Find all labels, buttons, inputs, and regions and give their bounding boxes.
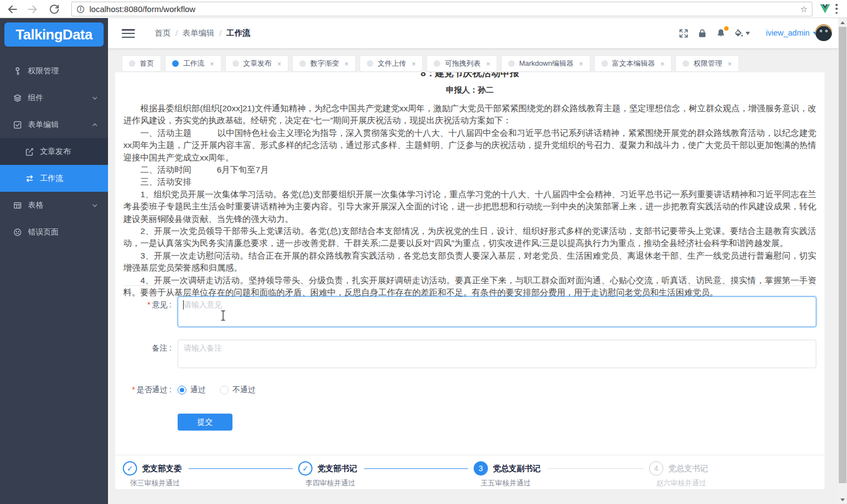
close-icon[interactable]: × bbox=[344, 60, 349, 67]
avatar[interactable] bbox=[815, 24, 832, 41]
opinion-textarea[interactable] bbox=[178, 296, 816, 327]
breadcrumb-separator: / bbox=[175, 29, 178, 38]
content-area: 8：建党节庆祝活动申报 申报人：孙二 根据县委组织部(组织[20xx]21)文件… bbox=[108, 72, 838, 504]
tab-permission[interactable]: 权限管理 × bbox=[675, 55, 739, 72]
document-paragraphs: 根据县委组织部(组织[20xx]21)文件通知精神，为纪念中国共产党建党xx周年… bbox=[123, 102, 816, 299]
sidebar-item-table[interactable]: 表格 bbox=[0, 192, 108, 219]
paragraph: 3、开展一次走访慰问活动。结合正在开展的群众路线教育实践活动，各党总支部负责人要… bbox=[123, 250, 816, 274]
step-connector bbox=[189, 468, 293, 469]
tab-upload[interactable]: 文件上传 × bbox=[360, 55, 423, 72]
tab-dot bbox=[299, 60, 306, 67]
overflow-menu-icon[interactable] bbox=[835, 4, 838, 14]
url-bar[interactable]: localhost:8080/form/workflow ☆ bbox=[71, 2, 812, 16]
lock-icon[interactable] bbox=[697, 28, 708, 39]
key-icon bbox=[13, 67, 22, 76]
info-icon[interactable] bbox=[76, 5, 85, 14]
bookmark-star-icon[interactable]: ☆ bbox=[800, 5, 808, 13]
chevron-down-icon bbox=[92, 202, 98, 209]
browser-toolbar: localhost:8080/form/workflow ☆ bbox=[0, 0, 847, 18]
step-title: 党总支副书记 bbox=[493, 463, 541, 474]
close-icon[interactable]: × bbox=[486, 60, 490, 67]
close-icon[interactable]: × bbox=[210, 60, 214, 67]
workflow-card: 8：建党节庆祝活动申报 申报人：孙二 根据县委组织部(组织[20xx]21)文件… bbox=[115, 72, 825, 489]
paragraph: 一、活动主题 以中国特色社会主义理论为指导，深入贯彻落实党的十八大、十八届四中全… bbox=[123, 127, 816, 164]
fullscreen-icon[interactable] bbox=[678, 28, 689, 39]
sidebar-item-label: 错误页面 bbox=[28, 227, 59, 237]
sidebar-item-workflow[interactable]: 工作流 bbox=[0, 165, 108, 192]
close-icon[interactable]: × bbox=[727, 60, 732, 67]
tab-article-publish[interactable]: 文章发布 × bbox=[225, 55, 289, 72]
username-text: iview_admin bbox=[766, 28, 810, 37]
radio-pass[interactable]: 通过 bbox=[178, 385, 206, 395]
sidebar-item-components[interactable]: 组件 bbox=[0, 84, 108, 111]
opinion-label: *意见 : bbox=[123, 296, 172, 329]
scrollbar-thumb[interactable] bbox=[839, 27, 846, 483]
table-icon bbox=[13, 201, 22, 210]
radio-not-pass[interactable]: 不通过 bbox=[220, 385, 255, 395]
paragraph: 1、组织党员开展一次集体学习活动。各党(总)支部要组织开展一次集体学习讨论，重点… bbox=[123, 188, 816, 225]
theme-caret-icon[interactable] bbox=[746, 32, 750, 35]
close-icon[interactable]: × bbox=[579, 60, 583, 67]
error-face-icon bbox=[13, 228, 22, 237]
close-icon[interactable]: × bbox=[412, 60, 416, 67]
document-title: 8：建党节庆祝活动申报 bbox=[123, 72, 816, 80]
tab-count-to[interactable]: 数字渐变 × bbox=[292, 55, 356, 72]
step-check-icon: ✓ bbox=[298, 461, 312, 476]
vue-devtools-icon[interactable] bbox=[819, 3, 831, 14]
layers-icon bbox=[13, 94, 22, 102]
step-title: 党支部支委 bbox=[142, 463, 182, 474]
notifications[interactable] bbox=[715, 27, 727, 39]
back-arrow-icon[interactable] bbox=[5, 3, 19, 16]
tab-home[interactable]: 首页 bbox=[122, 55, 161, 72]
scroll-down-arrow-icon[interactable] bbox=[838, 495, 847, 504]
page-scrollbar[interactable] bbox=[838, 18, 847, 504]
opinion-field-wrap bbox=[178, 296, 816, 329]
sidebar-item-label: 表单编辑 bbox=[28, 120, 59, 130]
required-asterisk: * bbox=[132, 385, 135, 394]
tab-label: 权限管理 bbox=[693, 59, 722, 68]
sidebar: TalkingData 权限管理 组件 表单编辑 bbox=[0, 18, 108, 504]
radio-label: 不通过 bbox=[232, 385, 255, 395]
top-header: 首页 / 表单编辑 / 工作流 iview_admin bbox=[108, 18, 847, 48]
radio-unselected-icon[interactable] bbox=[220, 386, 229, 394]
user-menu[interactable]: iview_admin bbox=[766, 28, 817, 37]
theme-bucket-icon[interactable] bbox=[733, 28, 744, 39]
refresh-icon[interactable] bbox=[48, 3, 60, 15]
radio-label: 通过 bbox=[190, 385, 206, 395]
paragraph: 二、活动时间 6月下旬至7月 bbox=[123, 164, 816, 176]
form-edit-submenu: 文章发布 工作流 bbox=[0, 138, 108, 192]
breadcrumb-home[interactable]: 首页 bbox=[155, 28, 170, 38]
url-text[interactable]: localhost:8080/form/workflow bbox=[89, 4, 195, 14]
chevron-down-icon bbox=[92, 95, 98, 101]
breadcrumb-form-edit[interactable]: 表单编辑 bbox=[183, 28, 214, 38]
section-divider bbox=[123, 285, 816, 286]
close-icon[interactable]: × bbox=[277, 60, 282, 67]
app-logo[interactable]: TalkingData bbox=[4, 22, 104, 47]
step-branch-secretary: ✓ 党支部书记 李四审核并通过 bbox=[298, 461, 474, 488]
step-desc: 张三审核并通过 bbox=[130, 478, 298, 488]
pass-radio-group: 通过 不通过 bbox=[178, 385, 255, 395]
tab-dot bbox=[508, 60, 515, 67]
tab-dot bbox=[434, 60, 440, 67]
forward-arrow-icon bbox=[26, 3, 39, 16]
sidebar-item-article-publish[interactable]: 文章发布 bbox=[0, 138, 108, 165]
opinion-row: *意见 : bbox=[123, 296, 816, 329]
sidebar-item-permission[interactable]: 权限管理 bbox=[0, 58, 108, 84]
sidebar-item-error-page[interactable]: 错误页面 bbox=[0, 219, 108, 245]
tab-label: Markdown编辑器 bbox=[519, 59, 573, 68]
scroll-up-arrow-icon[interactable] bbox=[838, 18, 847, 27]
chevron-up-icon bbox=[92, 122, 98, 128]
submit-button[interactable]: 提交 bbox=[178, 414, 232, 431]
radio-selected-icon[interactable] bbox=[178, 386, 186, 394]
remark-textarea[interactable] bbox=[178, 340, 816, 368]
tab-markdown-editor[interactable]: Markdown编辑器 × bbox=[501, 55, 590, 72]
close-icon[interactable]: × bbox=[661, 60, 665, 67]
breadcrumb: 首页 / 表单编辑 / 工作流 bbox=[155, 28, 251, 38]
hamburger-menu-icon[interactable] bbox=[122, 29, 135, 38]
text-caret bbox=[183, 300, 184, 310]
remark-label: 备注 : bbox=[123, 340, 172, 370]
tab-drag-list[interactable]: 可拖拽列表 × bbox=[427, 55, 497, 72]
tab-rich-text-editor[interactable]: 富文本编辑器 × bbox=[594, 55, 672, 72]
tab-workflow[interactable]: 工作流 × bbox=[165, 55, 221, 72]
sidebar-item-form-edit[interactable]: 表单编辑 bbox=[0, 111, 108, 138]
